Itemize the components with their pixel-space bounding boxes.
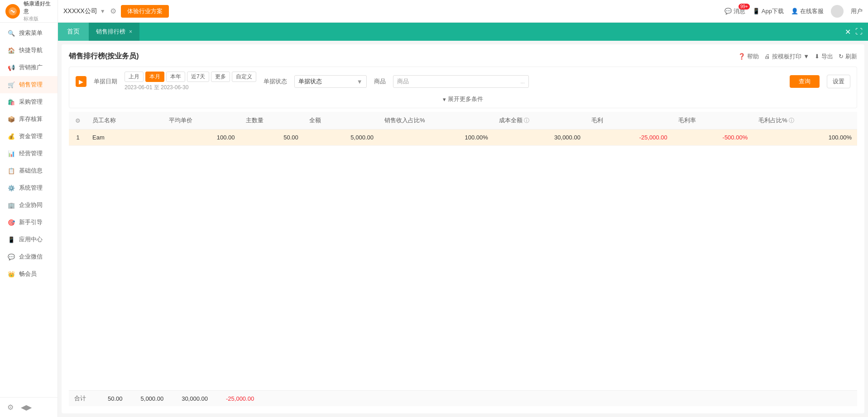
sidebar-bottom: ⚙ ◀▶: [0, 397, 58, 417]
company-arrow-icon: ▼: [100, 8, 106, 14]
page-title: 销售排行榜(按业务员): [69, 52, 139, 61]
sidebar-item-label: 搜索菜单: [19, 29, 43, 37]
th-gear[interactable]: ⚙: [69, 112, 87, 129]
app-download-button[interactable]: 📱 App下载: [753, 7, 784, 15]
help-icon: ❓: [738, 53, 745, 60]
column-gear-icon[interactable]: ⚙: [75, 117, 81, 124]
goods-input[interactable]: 商品 ...: [393, 75, 529, 88]
footer-cell-main-qty: 50.00: [108, 395, 123, 402]
sidebar-item-label: 企业微信: [19, 253, 43, 261]
sidebar-item-apps[interactable]: 📱 应用中心: [0, 231, 58, 248]
sidebar-item-finance[interactable]: 💰 资金管理: [0, 128, 58, 145]
tab-sales-rank[interactable]: 销售排行榜 ×: [89, 23, 139, 41]
home-icon: 🏠: [7, 46, 15, 54]
sidebar-item-label: 经营管理: [19, 149, 43, 158]
sidebar-item-inventory[interactable]: 📦 库存核算: [0, 110, 58, 128]
sidebar-item-wechat[interactable]: 💬 企业微信: [0, 248, 58, 265]
date-btn-7days[interactable]: 近7天: [187, 72, 209, 82]
user-avatar[interactable]: [831, 5, 844, 18]
goods-label: 商品: [374, 77, 386, 86]
date-btn-last-month[interactable]: 上月: [125, 72, 144, 82]
filter-collapse-btn[interactable]: ▶: [76, 76, 86, 87]
page-actions: ❓ 帮助 🖨 按模板打印 ▼ ⬇ 导出 ↻ 刷新: [738, 53, 857, 61]
search-icon: 🔍: [7, 29, 15, 37]
sidebar-item-label: 营销推广: [19, 63, 43, 72]
date-buttons: 上月 本月 本年 近7天 更多 自定义: [125, 72, 256, 82]
tab-close-all-icon[interactable]: ✕: [845, 28, 851, 36]
message-button[interactable]: 💬 消息 99+: [724, 7, 745, 15]
query-button[interactable]: 查询: [790, 75, 820, 88]
date-btn-custom[interactable]: 自定义: [232, 72, 256, 82]
filter-row: ▶ 单据日期 上月 本月 本年 近7天 更多 自定义 2023-06-01 至 …: [76, 72, 850, 91]
member-icon: 👑: [7, 270, 15, 278]
message-icon: 💬: [724, 8, 732, 14]
date-btn-this-month[interactable]: 本月: [145, 72, 164, 82]
topbar-right: 💬 消息 99+ 📱 App下载 👤 在线客服 用户: [724, 5, 863, 18]
template-print-button[interactable]: 🖨 按模板打印 ▼: [764, 53, 809, 61]
print-icon: 🖨: [764, 53, 770, 60]
footer-main-qty-value: 50.00: [108, 395, 123, 402]
sidebar-item-label: 企业协同: [19, 201, 43, 209]
settings-button[interactable]: 设置: [827, 75, 850, 88]
footer-cost-value: 30,000.00: [182, 395, 208, 402]
sidebar-item-member[interactable]: 👑 畅会员: [0, 265, 58, 283]
refresh-button[interactable]: ↻ 刷新: [839, 53, 857, 61]
company-selector[interactable]: XXXXX公司 ▼: [63, 7, 106, 15]
gross-pct-info-icon[interactable]: ⓘ: [789, 117, 794, 124]
footer-label: 合计: [74, 394, 86, 403]
help-button[interactable]: ❓ 帮助: [738, 53, 759, 61]
inventory-icon: 📦: [7, 115, 15, 123]
cell-rank: 1: [69, 129, 87, 146]
date-filter-group: 上月 本月 本年 近7天 更多 自定义 2023-06-01 至 2023-06…: [125, 72, 256, 91]
tabbar: 首页 销售排行榜 × ✕ ⛶: [58, 23, 868, 41]
sidebar-item-enterprise[interactable]: 🏢 企业协同: [0, 197, 58, 214]
sidebar-item-system[interactable]: ⚙️ 系统管理: [0, 179, 58, 197]
date-range: 2023-06-01 至 2023-06-30: [125, 84, 256, 91]
date-btn-more[interactable]: 更多: [211, 72, 230, 82]
collapse-icon[interactable]: ◀▶: [21, 403, 32, 412]
export-button[interactable]: ⬇ 导出: [815, 53, 833, 61]
filter-bar: ▶ 单据日期 上月 本月 本年 近7天 更多 自定义 2023-06-01 至 …: [69, 67, 857, 108]
topbar-gear-icon[interactable]: ⚙: [110, 7, 116, 15]
table-footer: 合计 50.00 5,000.00 30,000.00 -25,000.00: [69, 390, 857, 406]
sidebar-item-marketing[interactable]: 📢 营销推广: [0, 59, 58, 76]
sidebar-item-label: 系统管理: [19, 184, 43, 192]
table-row: 1 Eam 100.00 50.00 5,000.00 100.00% 30,0…: [69, 129, 857, 146]
sidebar-item-basics[interactable]: 📋 基础信息: [0, 162, 58, 179]
tab-home[interactable]: 首页: [58, 23, 89, 41]
status-select-value: 单据状态: [298, 77, 322, 86]
status-select[interactable]: 单据状态 ▼: [294, 75, 367, 88]
cell-gross-rate: -500.00%: [673, 129, 753, 146]
trial-button[interactable]: 体验行业方案: [121, 5, 169, 18]
cell-main-qty: 50.00: [240, 129, 304, 146]
table-header-row: ⚙ 员工名称 平均单价 主数量 全额 销售收入占比% 成本全额 ⓘ 毛利 毛利率…: [69, 112, 857, 129]
tab-expand-icon[interactable]: ⛶: [855, 28, 863, 36]
main-content: 首页 销售排行榜 × ✕ ⛶ 销售排行榜(按业务员) ❓ 帮助 🖨 按模板打印: [58, 23, 868, 417]
tab-close-icon[interactable]: ×: [129, 29, 132, 35]
sidebar-item-purchase[interactable]: 🛍️ 采购管理: [0, 93, 58, 110]
sidebar-item-label: 销售管理: [19, 81, 43, 89]
footer-gross-value: -25,000.00: [226, 395, 254, 402]
cell-gross-pct: 100.00%: [753, 129, 857, 146]
expand-button[interactable]: ▾ 展开更多条件: [443, 95, 483, 103]
message-badge: 99+: [739, 4, 750, 10]
online-service-button[interactable]: 👤 在线客服: [791, 7, 824, 15]
date-btn-this-year[interactable]: 本年: [166, 72, 185, 82]
sidebar-item-sales[interactable]: 🛒 销售管理: [0, 76, 58, 93]
sidebar-nav: 🔍 搜索菜单 🏠 快捷导航 📢 营销推广 🛒 销售管理 🛍️ 采购管理 📦 库存…: [0, 23, 58, 397]
settings-bottom-icon[interactable]: ⚙: [7, 403, 14, 412]
cost-info-icon[interactable]: ⓘ: [524, 117, 529, 124]
th-main-qty: 主数量: [240, 112, 304, 129]
sidebar-item-label: 新手引导: [19, 218, 43, 226]
sidebar-item-search[interactable]: 🔍 搜索菜单: [0, 24, 58, 42]
page-header: 销售排行榜(按业务员) ❓ 帮助 🖨 按模板打印 ▼ ⬇ 导出 ↻ 刷新: [69, 52, 857, 61]
status-select-arrow-icon: ▼: [357, 78, 363, 85]
sidebar-item-guide[interactable]: 🎯 新手引导: [0, 214, 58, 231]
username[interactable]: 用户: [851, 7, 863, 15]
sidebar-item-operations[interactable]: 📊 经营管理: [0, 145, 58, 162]
refresh-icon: ↻: [839, 53, 844, 60]
sidebar-item-label: 资金管理: [19, 132, 43, 140]
sidebar-item-quick-nav[interactable]: 🏠 快捷导航: [0, 42, 58, 59]
th-cost: 成本全额 ⓘ: [494, 112, 586, 129]
basics-icon: 📋: [7, 167, 15, 175]
